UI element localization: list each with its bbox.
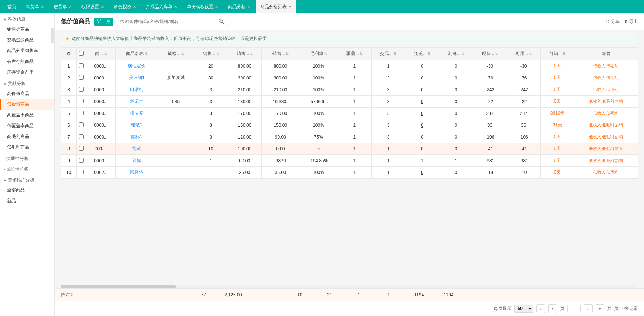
sidebar-item-high-coverage[interactable]: 高覆盖率商品 <box>0 110 54 120</box>
prev-page-btn[interactable]: ‹ <box>548 304 557 313</box>
tag-badge[interactable]: 低收入 <box>593 87 606 92</box>
nav-purchase[interactable]: 进货单 ✕ <box>49 0 76 13</box>
td-browse1[interactable]: 0 <box>405 84 439 96</box>
sidebar-item-in-stock[interactable]: 有库存的商品 <box>0 56 54 67</box>
row-checkbox[interactable] <box>79 158 84 163</box>
sidebar-item-sales-goods[interactable]: 销售类商品 <box>0 24 54 35</box>
sidebar-item-low-profit[interactable]: 低毛利商品 <box>0 142 54 153</box>
td-checkbox[interactable] <box>77 96 86 108</box>
browse1-link[interactable]: 0 <box>421 111 423 116</box>
sidebar-group-growth[interactable]: › 成长性分析 <box>0 163 54 174</box>
td-name[interactable]: 鼠标垫 <box>115 167 158 179</box>
td-name[interactable]: 吴细细1 <box>115 72 158 84</box>
browse1-link[interactable]: 0 <box>421 75 423 81</box>
horizontal-scrollbar[interactable] <box>61 285 638 288</box>
sidebar-group-overall[interactable]: ∨ 整体信息 <box>0 13 54 24</box>
td-name[interactable]: 铅笔1 <box>115 119 158 131</box>
sidebar-item-low-coverage[interactable]: 低覆盖率商品 <box>0 120 54 131</box>
tag-badge[interactable]: 低毛利 <box>606 75 618 80</box>
row-checkbox[interactable] <box>79 87 84 92</box>
per-page-select[interactable]: 50 100 <box>514 305 533 313</box>
sidebar-item-traded-goods[interactable]: 交易过的商品 <box>0 35 54 45</box>
next-page-btn[interactable]: › <box>584 304 593 313</box>
nav-perms[interactable]: 权限设置 ✕ <box>77 0 108 13</box>
sidebar-group-marketing[interactable]: ∨ 营销推广分析 <box>0 174 54 185</box>
tag-badge[interactable]: 低收入 <box>593 64 606 68</box>
tag-badge[interactable]: 热销 <box>615 158 623 163</box>
browse1-link[interactable]: 0 <box>421 123 423 128</box>
row-checkbox[interactable] <box>79 111 84 115</box>
search-icon[interactable]: 🔍 <box>218 18 225 24</box>
sidebar-item-high-value[interactable]: 高价值商品 <box>0 88 54 99</box>
tag-badge[interactable]: 低收入 <box>589 158 601 163</box>
tag-badge[interactable]: 低收入 <box>593 111 606 115</box>
row-checkbox[interactable] <box>79 170 84 174</box>
browse1-link[interactable]: 0 <box>421 170 423 175</box>
tag-badge[interactable]: 低毛利 <box>602 123 614 127</box>
th-settings[interactable]: ⚙ <box>61 48 77 60</box>
browse1-link[interactable]: 1 <box>421 158 423 163</box>
td-browse1[interactable]: 0 <box>405 143 439 155</box>
search-input[interactable] <box>120 19 217 24</box>
tag-badge[interactable]: 低毛利 <box>602 146 614 151</box>
nav-analysis[interactable]: 商品分析 ✕ <box>224 0 255 13</box>
td-browse1[interactable]: 1 <box>405 155 439 167</box>
nav-perms-close[interactable]: ✕ <box>101 4 104 9</box>
nav-sales-close[interactable]: ✕ <box>41 4 44 9</box>
export-button[interactable]: ⬆ 导出 <box>624 18 638 25</box>
row-checkbox[interactable] <box>79 63 84 68</box>
nav-roles[interactable]: 角色授权 ✕ <box>109 0 141 13</box>
tag-badge[interactable]: 低收入 <box>593 75 606 80</box>
td-checkbox[interactable] <box>77 108 86 119</box>
nav-sales[interactable]: 销货单 ✕ <box>21 0 48 13</box>
nav-template-close[interactable]: ✕ <box>215 4 218 9</box>
sidebar-collapse-btn[interactable]: ‹ <box>51 28 55 43</box>
nav-stock-in-close[interactable]: ✕ <box>174 4 177 9</box>
tag-badge[interactable]: 低毛利 <box>606 87 618 92</box>
nav-home[interactable]: 首页 <box>3 0 21 13</box>
td-browse1[interactable]: 0 <box>405 108 439 119</box>
tag-badge[interactable]: 低收入 <box>593 170 606 174</box>
th-checkbox[interactable] <box>77 48 86 60</box>
td-checkbox[interactable] <box>77 72 86 84</box>
td-name[interactable]: 橡皮擦 <box>115 108 158 119</box>
tag-badge[interactable]: 低毛利 <box>606 64 618 68</box>
row-checkbox[interactable] <box>79 75 84 80</box>
td-name[interactable]: 测试 <box>115 143 158 155</box>
row-checkbox[interactable] <box>79 99 84 103</box>
sidebar-item-high-profit[interactable]: 高毛利商品 <box>0 131 54 142</box>
sidebar-group-contribution[interactable]: ∨ 贡献分析 <box>0 78 54 88</box>
sidebar-item-low-value[interactable]: 低价值商品 <box>0 99 54 110</box>
row-checkbox[interactable] <box>79 122 84 127</box>
browse1-link[interactable]: 0 <box>421 87 423 92</box>
share-button[interactable]: ⬡ 分享 <box>606 18 620 25</box>
browse1-link[interactable]: 0 <box>421 64 423 69</box>
row-checkbox[interactable] <box>79 134 84 139</box>
td-browse1[interactable]: 0 <box>405 131 439 143</box>
tag-badge[interactable]: 热销 <box>615 135 623 139</box>
tag-badge[interactable]: 低毛利 <box>602 99 614 103</box>
td-browse1[interactable]: 0 <box>405 60 439 72</box>
td-checkbox[interactable] <box>77 167 86 179</box>
row-checkbox[interactable] <box>79 146 84 151</box>
tag-badge[interactable]: 低收入 <box>589 135 601 139</box>
scrollbar-thumb[interactable] <box>61 285 176 288</box>
nav-stock-in[interactable]: 产成品入库单 ✕ <box>141 0 182 13</box>
tag-badge[interactable]: 低毛利 <box>602 158 614 163</box>
tag-badge[interactable]: 低毛利 <box>606 170 618 174</box>
td-name[interactable]: 电话机 <box>115 84 158 96</box>
td-checkbox[interactable] <box>77 143 86 155</box>
tag-badge[interactable]: 低收入 <box>589 146 601 151</box>
td-browse1[interactable]: 0 <box>405 119 439 131</box>
td-checkbox[interactable] <box>77 60 86 72</box>
tag-badge[interactable]: 低毛利 <box>606 111 618 115</box>
td-name[interactable]: 鼠标 <box>115 155 158 167</box>
tag-badge[interactable]: 热销 <box>615 123 623 127</box>
last-page-btn[interactable]: » <box>596 304 604 313</box>
select-all-checkbox[interactable] <box>79 51 84 56</box>
tag-badge[interactable]: 热销 <box>615 99 623 103</box>
nav-analysis-list[interactable]: 商品分析列表 ✕ <box>256 0 296 13</box>
td-checkbox[interactable] <box>77 131 86 143</box>
sidebar-item-all-goods[interactable]: 全部商品 <box>0 185 54 196</box>
nav-analysis-list-close[interactable]: ✕ <box>288 4 292 9</box>
